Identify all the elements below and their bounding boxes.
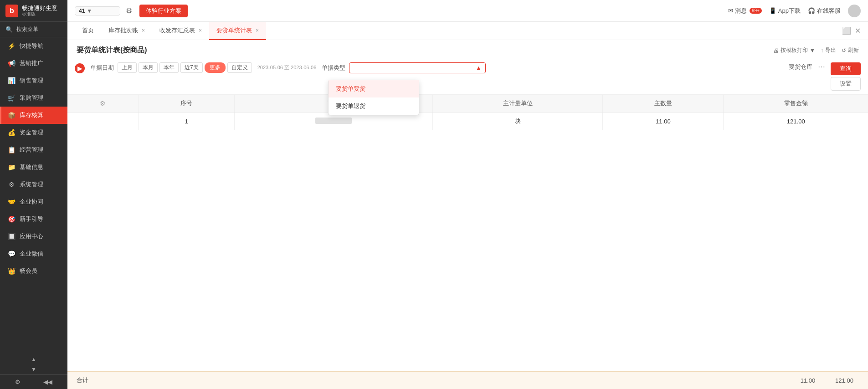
quick-nav-icon: ⚡ (7, 42, 16, 50)
sidebar-item-quick-nav[interactable]: ⚡快捷导航 (0, 37, 67, 55)
sidebar-search[interactable]: 🔍 搜索菜单 (0, 22, 67, 37)
filter-toggle-btn[interactable]: ▶ (75, 63, 85, 73)
page-content: 要货单统计表(按商品) 🖨 按模板打印 ▼ ↑ 导出 ↺ 刷新 ▶ (67, 40, 868, 389)
sidebar-item-label: 基础信息 (20, 163, 43, 171)
workspace-selector[interactable]: 41 ▼ (75, 6, 120, 15)
guide-icon: 🎯 (7, 215, 16, 223)
warehouse-filter-group: 要货仓库 ⋯ (789, 62, 825, 71)
print-icon: 🖨 (773, 47, 779, 54)
date-filter-group: 单据日期 上月 本月 本年 近7天 更多 自定义 2023-05-06 至 20… (90, 62, 316, 73)
wecom-icon: 💬 (7, 250, 16, 257)
sales-icon: 📊 (7, 77, 16, 84)
footer-total-label: 合计 (77, 376, 88, 384)
topbar-left: 41 ▼ ⚙ 体验行业方案 (75, 5, 188, 17)
system-icon: ⚙ (7, 181, 16, 188)
sidebar-item-basic-info[interactable]: 📁基础信息 (0, 159, 67, 176)
sidebar-logo: b 畅捷通好生意 标准版 (0, 0, 67, 22)
product-blurred (315, 118, 352, 124)
sidebar-scroll-up[interactable]: ▲ (0, 354, 67, 364)
sidebar-item-finance[interactable]: 💰资金管理 (0, 124, 67, 141)
app-download-btn[interactable]: 📱 App下载 (769, 7, 801, 15)
dropdown-item-return[interactable]: 要货单退货 (329, 97, 419, 115)
sidebar-item-guide[interactable]: 🎯新手引导 (0, 210, 67, 228)
tabs-close-all-btn[interactable]: ✕ (855, 26, 861, 35)
type-select-input[interactable] (353, 65, 475, 72)
table-settings-icon[interactable]: ⚙ (100, 100, 106, 107)
sidebar-item-label: 畅会员 (20, 267, 37, 275)
sidebar-item-system[interactable]: ⚙系统管理 (0, 176, 67, 193)
app-logo-icon: b (5, 5, 18, 17)
sidebar-item-label: 新手引导 (20, 215, 43, 223)
th-unit: 主计量单位 (433, 95, 603, 113)
search-icon: 🔍 (5, 26, 13, 33)
tab-receive-summary[interactable]: 收发存汇总表 × (152, 22, 209, 40)
sidebar-item-purchase[interactable]: 🛒采购管理 (0, 89, 67, 107)
sidebar-item-operations[interactable]: 📋经营管理 (0, 141, 67, 159)
message-icon: ✉ (728, 7, 733, 14)
sidebar-scroll-down[interactable]: ▼ (0, 364, 67, 374)
export-btn[interactable]: ↑ 导出 (821, 46, 836, 54)
sidebar-item-label: 资金管理 (20, 128, 43, 137)
sidebar-item-label: 销售管理 (20, 77, 43, 85)
settings-btn[interactable]: 设置 (831, 77, 861, 91)
trial-btn[interactable]: 体验行业方案 (139, 5, 188, 17)
th-settings[interactable]: ⚙ (67, 95, 138, 113)
tab-close-receive-summary[interactable]: × (199, 27, 202, 34)
dropdown-item-order[interactable]: 要货单要货 (329, 80, 419, 97)
topbar-gear-icon[interactable]: ⚙ (126, 6, 132, 15)
td-checkbox[interactable] (67, 113, 138, 130)
sidebar-item-wecom[interactable]: 💬企业微信 (0, 245, 67, 262)
filter-bar: ▶ 单据日期 上月 本月 本年 近7天 更多 自定义 2023-05-06 至 … (67, 59, 868, 95)
operations-icon: 📋 (7, 146, 16, 154)
messages-btn[interactable]: ✉ 消息 99+ (728, 7, 762, 15)
refresh-btn[interactable]: ↺ 刷新 (842, 46, 859, 54)
filter-right-btns: 查询 设置 (831, 62, 861, 91)
tab-inventory-batch[interactable]: 库存批次账 × (101, 22, 152, 40)
warehouse-more-btn[interactable]: ⋯ (818, 62, 825, 71)
type-select-arrow-up-icon[interactable]: ▲ (475, 64, 482, 72)
date-btn-custom[interactable]: 自定义 (227, 62, 252, 73)
date-btn-7days[interactable]: 近7天 (180, 62, 203, 73)
sidebar-item-marketing[interactable]: 📢营销推广 (0, 55, 67, 72)
sidebar-item-enterprise[interactable]: 🤝企业协同 (0, 193, 67, 210)
sidebar-item-label: 库存核算 (20, 111, 43, 119)
tabs-restore-btn[interactable]: ⬜ (842, 26, 851, 35)
tab-home[interactable]: 首页 (75, 22, 101, 40)
date-buttons: 上月 本月 本年 近7天 更多 自定义 (118, 62, 252, 73)
date-filter-label: 单据日期 (90, 64, 114, 72)
export-icon: ↑ (821, 47, 823, 54)
type-select-wrap: ▲ (349, 62, 486, 73)
tab-close-order-stats[interactable]: × (256, 27, 259, 34)
date-btn-last-month[interactable]: 上月 (118, 62, 137, 73)
user-avatar[interactable] (848, 5, 861, 17)
date-btn-this-year[interactable]: 本年 (159, 62, 179, 73)
sidebar-nav: ⚡快捷导航📢营销推广📊销售管理🛒采购管理📦库存核算💰资金管理📋经营管理📁基础信息… (0, 37, 67, 354)
print-btn[interactable]: 🖨 按模板打印 ▼ (773, 46, 815, 54)
sidebar-collapse-btn[interactable]: ◀◀ (43, 379, 52, 385)
sidebar-item-inventory[interactable]: 📦库存核算 (0, 107, 67, 124)
online-service-btn[interactable]: 🎧 在线客服 (808, 7, 841, 15)
sidebar-item-member[interactable]: 👑畅会员 (0, 262, 67, 280)
tab-order-stats[interactable]: 要货单统计表 × (209, 22, 266, 40)
date-btn-this-month[interactable]: 本月 (139, 62, 158, 73)
print-chevron-icon: ▼ (810, 47, 815, 54)
date-btn-more[interactable]: 更多 (205, 62, 226, 73)
sidebar-item-app-center[interactable]: 🔲应用中心 (0, 228, 67, 245)
sidebar-settings-btn[interactable]: ⚙ (15, 379, 21, 385)
warehouse-filter-label: 要货仓库 (789, 63, 812, 71)
footer-amount: 121.00 (826, 377, 863, 384)
query-btn[interactable]: 查询 (831, 62, 861, 75)
refresh-icon: ↺ (842, 47, 846, 54)
sidebar: b 畅捷通好生意 标准版 🔍 搜索菜单 ⚡快捷导航📢营销推广📊销售管理🛒采购管理… (0, 0, 67, 389)
tabs-extra: ⬜ ✕ (842, 26, 861, 35)
sidebar-footer: ⚙ ◀◀ (0, 374, 67, 389)
table-container: ⚙ 序号 商品 主计量单位 主数量 零售金额 1 块 11.00 (67, 95, 868, 371)
sidebar-item-sales[interactable]: 📊销售管理 (0, 72, 67, 89)
member-icon: 👑 (7, 267, 16, 275)
finance-icon: 💰 (7, 129, 16, 136)
footer-quantity: 11.00 (790, 377, 826, 384)
td-index: 1 (138, 113, 234, 130)
th-index: 序号 (138, 95, 234, 113)
topbar: 41 ▼ ⚙ 体验行业方案 ✉ 消息 99+ 📱 App下载 🎧 在线客服 (67, 0, 868, 22)
tab-close-inventory-batch[interactable]: × (142, 27, 145, 34)
